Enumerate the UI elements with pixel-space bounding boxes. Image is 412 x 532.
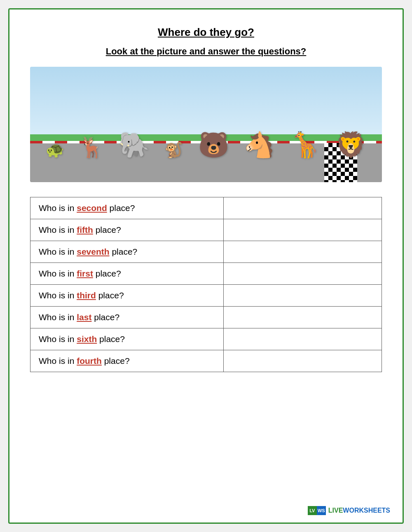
- logo-box-green: LV: [308, 506, 317, 515]
- branding-logo: LV WS: [308, 506, 326, 515]
- question-cell-2: Who is in seventh place?: [30, 241, 224, 263]
- answer-cell-2[interactable]: [224, 241, 382, 263]
- page-title: Where do they go?: [30, 26, 382, 39]
- table-row: Who is in third place?: [30, 285, 382, 307]
- question-cell-7: Who is in fourth place?: [30, 350, 224, 372]
- monkey-animal: 🐒: [164, 143, 183, 157]
- questions-table: Who is in second place?Who is in fifth p…: [30, 197, 382, 372]
- page-subtitle: Look at the picture and answer the quest…: [30, 46, 382, 57]
- table-row: Who is in sixth place?: [30, 328, 382, 350]
- question-cell-0: Who is in second place?: [30, 197, 224, 219]
- question-cell-5: Who is in last place?: [30, 307, 224, 328]
- table-row: Who is in fifth place?: [30, 219, 382, 241]
- ordinal-7: fourth: [77, 356, 102, 366]
- table-row: Who is in seventh place?: [30, 241, 382, 263]
- logo-box-blue: WS: [317, 506, 326, 515]
- ordinal-4: third: [77, 291, 96, 300]
- question-cell-6: Who is in sixth place?: [30, 328, 224, 350]
- table-row: Who is in second place?: [30, 197, 382, 219]
- answer-cell-7[interactable]: [224, 350, 382, 372]
- answer-cell-0[interactable]: [224, 197, 382, 219]
- giraffe-animal: 🦒: [290, 133, 321, 157]
- branding-text: LIVEWORKSHEETS: [328, 507, 390, 514]
- question-cell-3: Who is in first place?: [30, 263, 224, 285]
- race-image: 🐢 🦌 🐘 🐒 🐻 🐴 🦒 🦁: [30, 67, 382, 182]
- answer-cell-6[interactable]: [224, 328, 382, 350]
- animals-row: 🐢 🦌 🐘 🐒 🐻 🐴 🦒 🦁: [30, 133, 382, 157]
- horse-animal: 🐴: [244, 133, 275, 157]
- worksheet-page: Where do they go? Look at the picture an…: [8, 8, 404, 524]
- elephant-animal: 🐘: [119, 133, 150, 157]
- deer-animal: 🦌: [79, 138, 104, 157]
- ordinal-5: last: [77, 312, 91, 322]
- ordinal-6: sixth: [77, 334, 97, 344]
- ordinal-0: second: [77, 203, 107, 213]
- table-row: Who is in last place?: [30, 307, 382, 328]
- table-row: Who is in first place?: [30, 263, 382, 285]
- ordinal-3: first: [77, 269, 93, 278]
- bear-animal: 🐻: [198, 133, 229, 157]
- worksheets-text: WORKSHEETS: [343, 507, 390, 514]
- liveworksheets-branding: LV WS LIVEWORKSHEETS: [308, 506, 390, 515]
- table-row: Who is in fourth place?: [30, 350, 382, 372]
- ordinal-2: seventh: [77, 247, 109, 256]
- answer-cell-4[interactable]: [224, 285, 382, 307]
- live-text: LIVE: [328, 507, 343, 514]
- answer-cell-3[interactable]: [224, 263, 382, 285]
- question-cell-4: Who is in third place?: [30, 285, 224, 307]
- answer-cell-5[interactable]: [224, 307, 382, 328]
- turtle-animal: 🐢: [46, 143, 64, 157]
- question-cell-1: Who is in fifth place?: [30, 219, 224, 241]
- answer-cell-1[interactable]: [224, 219, 382, 241]
- lion-animal: 🦁: [335, 133, 366, 157]
- sky-background: [30, 67, 382, 142]
- ordinal-1: fifth: [77, 225, 93, 234]
